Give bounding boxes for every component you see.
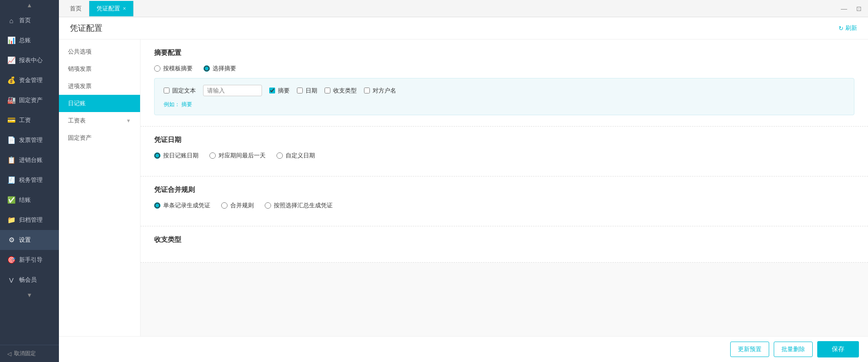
left-nav-journal-label: 日记账 xyxy=(68,99,86,108)
left-nav-sales-invoice[interactable]: 销项发票 xyxy=(59,60,140,78)
left-nav-sales-invoice-label: 销项发票 xyxy=(68,65,92,73)
content-area: 凭证配置 ↻ 刷新 公共选项 销项发票 进项发票 日记账 xyxy=(59,17,868,362)
summary-label: 摘要 xyxy=(278,87,290,95)
update-preset-button[interactable]: 更新预置 xyxy=(730,342,769,357)
right-content: 摘要配置 按模板摘要 选择摘要 xyxy=(141,39,868,336)
tab-close-icon[interactable]: × xyxy=(123,5,126,12)
sidebar-item-home[interactable]: ⌂ 首页 xyxy=(0,10,59,30)
summary-select-label: 选择摘要 xyxy=(213,64,236,73)
date-label: 日期 xyxy=(305,87,317,95)
checkbox-date[interactable]: 日期 xyxy=(297,87,317,95)
left-nav-purchase-invoice[interactable]: 进项发票 xyxy=(59,78,140,95)
left-nav-payroll-label: 工资表 xyxy=(68,117,86,125)
period-last-label: 对应期间最后一天 xyxy=(218,152,266,160)
merge-rule-radio[interactable] xyxy=(221,202,228,209)
sidebar-item-settings[interactable]: ⚙ 设置 xyxy=(0,230,59,250)
home-icon: ⌂ xyxy=(7,17,15,24)
custom-date-radio[interactable] xyxy=(276,152,283,159)
counterpart-label: 对方户名 xyxy=(373,87,396,95)
sidebar-item-funds-label: 资金管理 xyxy=(19,76,43,84)
fixed-text-input[interactable] xyxy=(203,85,262,96)
summary-radio-select[interactable]: 选择摘要 xyxy=(204,64,236,73)
example-text: 例如： 摘要 xyxy=(164,101,845,108)
income-type-section: 收支类型 xyxy=(141,226,868,263)
sidebar-item-guide[interactable]: 🎯 新手引导 xyxy=(0,250,59,270)
summary-template-label: 按模板摘要 xyxy=(163,64,193,73)
income-type-checkbox[interactable] xyxy=(325,88,330,93)
footer-bar: 更新预置 批量删除 保存 xyxy=(59,336,868,362)
date-radio-period[interactable]: 对应期间最后一天 xyxy=(209,152,266,160)
left-nav-fixed-assets-label: 固定资产 xyxy=(68,134,92,142)
date-radio-journal[interactable]: 按日记账日期 xyxy=(154,152,199,160)
left-nav-payroll[interactable]: 工资表 ▼ xyxy=(59,112,140,129)
summary-template-radio[interactable] xyxy=(154,65,160,72)
sidebar-item-sales[interactable]: 📋 进销台账 xyxy=(0,150,59,170)
summary-select-radio[interactable] xyxy=(204,65,210,72)
assets-icon: 🏭 xyxy=(7,96,15,104)
tab-voucher-config[interactable]: 凭证配置 × xyxy=(89,1,134,16)
example-prefix: 例如： xyxy=(164,101,180,108)
checkbox-income-type[interactable]: 收支类型 xyxy=(325,87,357,95)
journal-date-label: 按日记账日期 xyxy=(163,152,199,160)
counterpart-checkbox[interactable] xyxy=(364,88,370,93)
summary-radio-group: 按模板摘要 选择摘要 xyxy=(154,64,854,73)
merge-rule-label: 合并规则 xyxy=(230,201,254,210)
sidebar-pin-toggle[interactable]: ◁ 取消固定 xyxy=(0,345,59,362)
sidebar-item-funds[interactable]: 💰 资金管理 xyxy=(0,70,59,90)
sidebar-item-ledger[interactable]: 📊 总账 xyxy=(0,30,59,50)
summary-section: 摘要配置 按模板摘要 选择摘要 xyxy=(141,39,868,127)
summary-radio-template[interactable]: 按模板摘要 xyxy=(154,64,193,73)
payroll-icon: 💳 xyxy=(7,116,15,124)
sidebar-item-payroll[interactable]: 💳 工资 xyxy=(0,110,59,130)
merge-radio-single[interactable]: 单条记录生成凭证 xyxy=(154,201,210,210)
sidebar-scroll-up[interactable]: ▲ xyxy=(0,0,59,10)
journal-date-radio[interactable] xyxy=(154,152,160,159)
payroll-expand-icon: ▼ xyxy=(126,118,131,123)
page-title: 凭证配置 xyxy=(70,23,102,34)
sidebar-item-member[interactable]: V 畅会员 xyxy=(0,270,59,290)
single-record-radio[interactable] xyxy=(154,202,160,209)
date-checkbox[interactable] xyxy=(297,88,303,93)
tab-bar: 首页 凭证配置 × — ⊡ xyxy=(59,0,868,17)
checkbox-fixed-text[interactable]: 固定文本 xyxy=(164,87,196,95)
date-radio-custom[interactable]: 自定义日期 xyxy=(276,152,315,160)
sidebar-item-settle[interactable]: ✅ 结账 xyxy=(0,190,59,210)
select-summary-radio[interactable] xyxy=(265,202,271,209)
sidebar-item-invoice[interactable]: 📄 发票管理 xyxy=(0,130,59,150)
restore-icon[interactable]: ⊡ xyxy=(853,4,864,13)
sidebar-item-settings-label: 设置 xyxy=(19,236,31,244)
sidebar-item-tax[interactable]: 🧾 税务管理 xyxy=(0,170,59,190)
refresh-button[interactable]: ↻ 刷新 xyxy=(839,24,857,32)
fixed-text-label: 固定文本 xyxy=(172,87,196,95)
checkbox-summary[interactable]: 摘要 xyxy=(269,87,290,95)
sidebar-item-archive[interactable]: 📁 归档管理 xyxy=(0,210,59,230)
sidebar: ▲ ⌂ 首页 📊 总账 📈 报表中心 💰 资金管理 🏭 固定资产 💳 工资 📄 … xyxy=(0,0,59,362)
batch-delete-button[interactable]: 批量删除 xyxy=(774,342,813,357)
save-button[interactable]: 保存 xyxy=(817,341,859,357)
left-nav-fixed-assets[interactable]: 固定资产 xyxy=(59,129,140,147)
body-layout: 公共选项 销项发票 进项发票 日记账 工资表 ▼ 固定资产 xyxy=(59,39,868,336)
income-type-title: 收支类型 xyxy=(154,235,854,244)
reports-icon: 📈 xyxy=(7,56,15,64)
member-icon: V xyxy=(7,276,15,284)
summary-checkbox[interactable] xyxy=(269,88,275,93)
left-nav-public[interactable]: 公共选项 xyxy=(59,43,140,60)
merge-radio-rule[interactable]: 合并规则 xyxy=(221,201,254,210)
minimize-icon[interactable]: — xyxy=(838,4,850,13)
main-area: 首页 凭证配置 × — ⊡ 凭证配置 ↻ 刷新 公共选项 xyxy=(59,0,868,362)
fixed-text-checkbox[interactable] xyxy=(164,88,170,93)
left-nav-journal[interactable]: 日记账 xyxy=(59,95,140,112)
summary-inner-box: 固定文本 摘要 日期 xyxy=(154,78,854,115)
sidebar-pin-label: 取消固定 xyxy=(14,350,36,357)
sidebar-item-guide-label: 新手引导 xyxy=(19,256,43,264)
checkbox-counterpart[interactable]: 对方户名 xyxy=(364,87,396,95)
left-nav: 公共选项 销项发票 进项发票 日记账 工资表 ▼ 固定资产 xyxy=(59,39,141,336)
sidebar-scroll-down[interactable]: ▼ xyxy=(0,290,59,300)
date-title: 凭证日期 xyxy=(154,136,854,144)
tab-home[interactable]: 首页 xyxy=(63,1,89,16)
sidebar-item-reports[interactable]: 📈 报表中心 xyxy=(0,50,59,70)
tab-home-label: 首页 xyxy=(70,5,82,12)
period-last-radio[interactable] xyxy=(209,152,216,159)
sidebar-item-assets[interactable]: 🏭 固定资产 xyxy=(0,90,59,110)
merge-radio-summary[interactable]: 按照选择汇总生成凭证 xyxy=(265,201,333,210)
